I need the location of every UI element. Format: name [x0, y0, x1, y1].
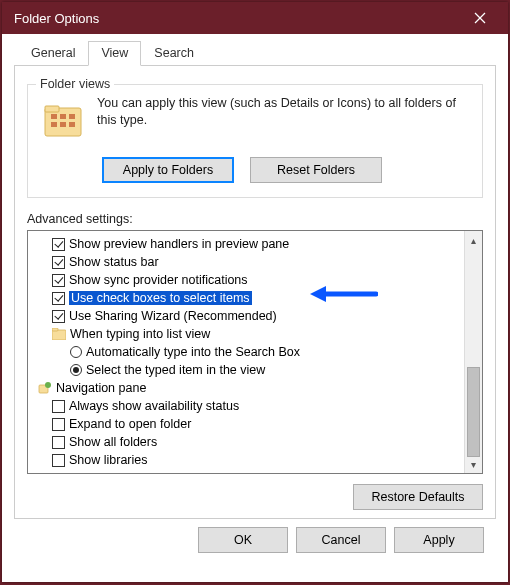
opt-availability-status[interactable]: Always show availability status: [30, 397, 462, 415]
reset-folders-button[interactable]: Reset Folders: [250, 157, 382, 183]
svg-rect-7: [51, 122, 57, 127]
scroll-up-icon[interactable]: ▴: [465, 231, 482, 249]
advanced-settings-label: Advanced settings:: [27, 212, 483, 226]
tab-search[interactable]: Search: [141, 41, 207, 66]
restore-defaults-button[interactable]: Restore Defaults: [353, 484, 483, 510]
opt-typing-select[interactable]: Select the typed item in the view: [30, 361, 462, 379]
window-title: Folder Options: [14, 11, 458, 26]
radio-icon[interactable]: [70, 346, 82, 358]
opt-status-bar[interactable]: Show status bar: [30, 253, 462, 271]
group-navigation-pane: Navigation pane: [30, 379, 462, 397]
opt-sharing-wizard[interactable]: Use Sharing Wizard (Recommended): [30, 307, 462, 325]
folder-options-dialog: Folder Options General View Search Folde…: [2, 2, 508, 582]
svg-rect-11: [52, 328, 58, 331]
folder-views-description: You can apply this view (such as Details…: [97, 95, 472, 129]
close-icon: [474, 12, 486, 24]
svg-rect-9: [69, 122, 75, 127]
svg-rect-3: [45, 106, 59, 112]
opt-use-checkboxes[interactable]: Use check boxes to select items: [30, 289, 462, 307]
cancel-button[interactable]: Cancel: [296, 527, 386, 553]
scroll-thumb[interactable]: [467, 367, 480, 457]
opt-preview-handlers[interactable]: Show preview handlers in preview pane: [30, 235, 462, 253]
ok-button[interactable]: OK: [198, 527, 288, 553]
checkbox-icon[interactable]: [52, 400, 65, 413]
checkbox-icon[interactable]: [52, 436, 65, 449]
advanced-settings-list: Show preview handlers in preview pane Sh…: [27, 230, 483, 474]
opt-sync-provider[interactable]: Show sync provider notifications: [30, 271, 462, 289]
scrollbar[interactable]: ▴ ▾: [464, 231, 482, 473]
svg-rect-6: [69, 114, 75, 119]
checkbox-icon[interactable]: [52, 292, 65, 305]
opt-show-all-folders[interactable]: Show all folders: [30, 433, 462, 451]
group-when-typing: When typing into list view: [30, 325, 462, 343]
checkbox-icon[interactable]: [52, 310, 65, 323]
opt-expand-open[interactable]: Expand to open folder: [30, 415, 462, 433]
radio-icon[interactable]: [70, 364, 82, 376]
svg-point-13: [45, 382, 51, 388]
dialog-button-row: OK Cancel Apply: [14, 519, 496, 553]
apply-to-folders-button[interactable]: Apply to Folders: [102, 157, 234, 183]
checkbox-icon[interactable]: [52, 238, 65, 251]
opt-typing-auto[interactable]: Automatically type into the Search Box: [30, 343, 462, 361]
folder-icon: [52, 328, 66, 340]
list-inner: Show preview handlers in preview pane Sh…: [28, 231, 464, 473]
tab-bar: General View Search: [14, 40, 496, 66]
svg-rect-5: [60, 114, 66, 119]
apply-button[interactable]: Apply: [394, 527, 484, 553]
svg-rect-4: [51, 114, 57, 119]
checkbox-icon[interactable]: [52, 274, 65, 287]
close-button[interactable]: [458, 4, 502, 32]
folder-views-group: Folder views You can apply this view (su…: [27, 84, 483, 198]
opt-show-libraries[interactable]: Show libraries: [30, 451, 462, 469]
folder-views-icon: [38, 97, 87, 147]
checkbox-icon[interactable]: [52, 418, 65, 431]
view-panel: Folder views You can apply this view (su…: [14, 66, 496, 519]
scroll-down-icon[interactable]: ▾: [465, 455, 482, 473]
checkbox-icon[interactable]: [52, 256, 65, 269]
svg-rect-10: [52, 330, 66, 340]
svg-rect-8: [60, 122, 66, 127]
folder-views-title: Folder views: [36, 77, 114, 91]
content-area: General View Search Folder views Yo: [2, 34, 508, 582]
titlebar: Folder Options: [2, 2, 508, 34]
tab-view[interactable]: View: [88, 41, 141, 66]
tab-general[interactable]: General: [18, 41, 88, 66]
checkbox-icon[interactable]: [52, 454, 65, 467]
navpane-icon: [38, 381, 52, 395]
